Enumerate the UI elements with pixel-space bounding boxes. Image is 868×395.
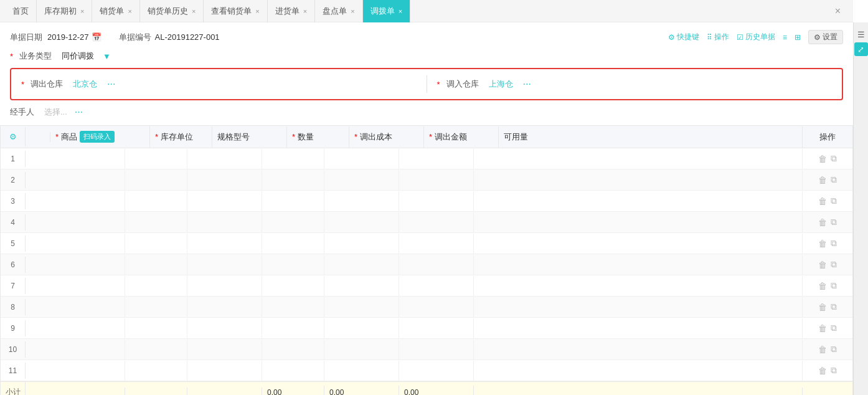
row-amount-9[interactable] bbox=[399, 318, 474, 338]
row-delete-icon-7[interactable]: 🗑 bbox=[818, 281, 827, 291]
row-delete-icon-1[interactable]: 🗑 bbox=[818, 154, 827, 164]
row-qty-2[interactable] bbox=[262, 170, 324, 190]
row-unit-6[interactable] bbox=[125, 255, 187, 275]
row-qty-11[interactable] bbox=[262, 361, 324, 381]
tab-view-sales[interactable]: 查看销货单 × bbox=[204, 0, 267, 22]
out-warehouse-more-button[interactable]: ··· bbox=[107, 79, 115, 90]
tab-close-sales-history[interactable]: × bbox=[192, 7, 196, 15]
row-copy-icon-8[interactable]: ⧉ bbox=[831, 302, 837, 312]
date-field[interactable]: 2019-12-27 📅 bbox=[47, 32, 101, 42]
row-copy-icon-6[interactable]: ⧉ bbox=[831, 259, 837, 270]
row-copy-icon-2[interactable]: ⧉ bbox=[831, 174, 837, 185]
shortcut-button[interactable]: ⚙ 快捷键 bbox=[668, 32, 699, 42]
row-qty-4[interactable] bbox=[262, 212, 324, 232]
row-spec-8[interactable] bbox=[187, 297, 262, 317]
tab-close-view-sales[interactable]: × bbox=[255, 7, 259, 15]
row-cost-11[interactable] bbox=[324, 361, 399, 381]
row-cost-5[interactable] bbox=[324, 234, 399, 254]
person-more-button[interactable]: ··· bbox=[75, 107, 83, 118]
layout-icon-1[interactable]: ≡ bbox=[783, 33, 787, 42]
row-qty-8[interactable] bbox=[262, 297, 324, 317]
row-copy-icon-4[interactable]: ⧉ bbox=[831, 217, 837, 227]
close-all-tabs-button[interactable]: × bbox=[828, 6, 848, 17]
row-qty-5[interactable] bbox=[262, 234, 324, 254]
tab-home[interactable]: 首页 bbox=[5, 0, 37, 22]
row-delete-icon-6[interactable]: 🗑 bbox=[818, 260, 827, 270]
row-amount-10[interactable] bbox=[399, 340, 474, 359]
row-unit-8[interactable] bbox=[125, 297, 187, 317]
tab-sales-history[interactable]: 销货单历史 × bbox=[140, 0, 204, 22]
row-delete-icon-5[interactable]: 🗑 bbox=[818, 239, 827, 249]
tab-inventory-init[interactable]: 库存期初 × bbox=[37, 0, 92, 22]
row-spec-11[interactable] bbox=[187, 361, 262, 381]
row-unit-9[interactable] bbox=[125, 318, 187, 338]
row-spec-4[interactable] bbox=[187, 212, 262, 232]
row-qty-9[interactable] bbox=[262, 318, 324, 338]
row-delete-icon-4[interactable]: 🗑 bbox=[818, 217, 827, 227]
person-select[interactable]: 选择... bbox=[44, 107, 67, 118]
row-cost-4[interactable] bbox=[324, 212, 399, 232]
row-cost-2[interactable] bbox=[324, 170, 399, 190]
tab-close-inventory-check[interactable]: × bbox=[351, 7, 354, 15]
row-spec-7[interactable] bbox=[187, 276, 262, 296]
row-delete-icon-11[interactable]: 🗑 bbox=[818, 366, 827, 376]
row-amount-6[interactable] bbox=[399, 255, 474, 275]
row-unit-5[interactable] bbox=[125, 234, 187, 254]
in-warehouse-value[interactable]: 上海仓 bbox=[489, 79, 513, 90]
row-delete-icon-2[interactable]: 🗑 bbox=[818, 175, 827, 185]
row-qty-6[interactable] bbox=[262, 255, 324, 275]
history-button[interactable]: ☑ 历史单据 bbox=[737, 32, 775, 42]
column-settings-icon[interactable]: ⚙ bbox=[1, 127, 26, 146]
row-copy-icon-7[interactable]: ⧉ bbox=[831, 280, 837, 291]
layout-icon-2[interactable]: ⊞ bbox=[795, 33, 801, 42]
row-spec-6[interactable] bbox=[187, 255, 262, 275]
tab-purchase[interactable]: 进货单 × bbox=[268, 0, 315, 22]
row-product-3[interactable] bbox=[26, 191, 125, 211]
row-delete-icon-8[interactable]: 🗑 bbox=[818, 302, 827, 312]
sidebar-list-icon[interactable]: ☰ bbox=[854, 27, 868, 41]
scan-input-button[interactable]: 扫码录入 bbox=[80, 131, 115, 143]
row-spec-1[interactable] bbox=[187, 149, 262, 169]
row-amount-7[interactable] bbox=[399, 276, 474, 296]
row-amount-3[interactable] bbox=[399, 191, 474, 211]
row-qty-7[interactable] bbox=[262, 276, 324, 296]
row-spec-9[interactable] bbox=[187, 318, 262, 338]
tab-sales-order[interactable]: 销货单 × bbox=[92, 0, 139, 22]
row-copy-icon-3[interactable]: ⧉ bbox=[831, 196, 837, 206]
row-delete-icon-10[interactable]: 🗑 bbox=[818, 345, 827, 355]
tab-close-inventory-init[interactable]: × bbox=[80, 7, 84, 15]
row-cost-6[interactable] bbox=[324, 255, 399, 275]
tab-inventory-check[interactable]: 盘点单 × bbox=[315, 0, 362, 22]
row-amount-11[interactable] bbox=[399, 361, 474, 381]
row-spec-5[interactable] bbox=[187, 234, 262, 254]
row-qty-1[interactable] bbox=[262, 149, 324, 169]
row-product-5[interactable] bbox=[26, 234, 125, 254]
row-copy-icon-1[interactable]: ⧉ bbox=[831, 153, 837, 164]
settings-button[interactable]: ⚙ 设置 bbox=[808, 30, 843, 44]
row-unit-4[interactable] bbox=[125, 212, 187, 232]
row-unit-11[interactable] bbox=[125, 361, 187, 381]
row-unit-1[interactable] bbox=[125, 149, 187, 169]
row-unit-3[interactable] bbox=[125, 191, 187, 211]
row-spec-10[interactable] bbox=[187, 340, 262, 359]
row-product-4[interactable] bbox=[26, 212, 125, 232]
calendar-icon[interactable]: 📅 bbox=[92, 32, 101, 42]
row-product-1[interactable] bbox=[26, 149, 125, 169]
row-product-8[interactable] bbox=[26, 297, 125, 317]
row-unit-7[interactable] bbox=[125, 276, 187, 296]
business-type-dropdown-icon[interactable]: ▼ bbox=[103, 52, 111, 61]
row-cost-1[interactable] bbox=[324, 149, 399, 169]
row-copy-icon-11[interactable]: ⧉ bbox=[831, 365, 837, 376]
row-cost-9[interactable] bbox=[324, 318, 399, 338]
row-delete-icon-9[interactable]: 🗑 bbox=[818, 323, 827, 333]
row-product-2[interactable] bbox=[26, 170, 125, 190]
row-product-11[interactable] bbox=[26, 361, 125, 381]
row-cost-3[interactable] bbox=[324, 191, 399, 211]
row-product-6[interactable] bbox=[26, 255, 125, 275]
row-product-10[interactable] bbox=[26, 340, 125, 359]
row-amount-4[interactable] bbox=[399, 212, 474, 232]
operation-button[interactable]: ⠿ 操作 bbox=[707, 32, 729, 42]
tab-close-purchase[interactable]: × bbox=[303, 7, 307, 15]
row-spec-2[interactable] bbox=[187, 170, 262, 190]
row-cost-10[interactable] bbox=[324, 340, 399, 359]
